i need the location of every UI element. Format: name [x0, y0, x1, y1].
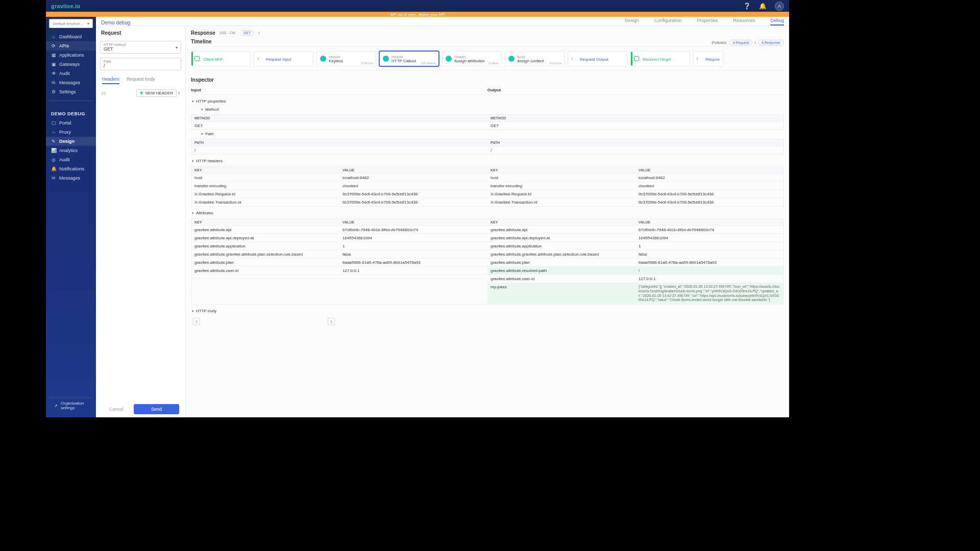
body-input-badge: 1 [193, 318, 200, 325]
sidebar-item-messages[interactable]: ✉Messages [46, 78, 96, 87]
tab-resources[interactable]: Resources [733, 18, 755, 26]
sidebar-item-audit[interactable]: 👁Audit [46, 69, 96, 78]
table-row: gravitee.attribute.user-id127.0.0.1 [487, 274, 783, 283]
table-row: gravitee.attribute.resolved-path/ [487, 266, 783, 274]
group-http-headers[interactable]: HTTP headers [191, 157, 784, 165]
brand-logo: gravitee.io [51, 3, 80, 9]
tab-configuration[interactable]: Configuration [654, 18, 682, 26]
table-row [191, 274, 487, 278]
policy-dot-icon [383, 56, 389, 62]
subgroup-method[interactable]: Method [191, 106, 784, 113]
request-pane: Request HTTP method GET ▾ Path / Headers… [96, 26, 186, 417]
proxy-icon: ↔ [51, 130, 56, 135]
sync-banner[interactable]: API out of sync, deploy your API [46, 12, 789, 17]
sidebar-item-audit2[interactable]: ◎Audit [46, 155, 96, 164]
timeline-card[interactable]: HeaderKeyless0.037ms [316, 51, 376, 66]
path-output-value: / [487, 146, 783, 154]
chevron-right-icon: › [697, 56, 698, 61]
table-row: gravitee.attribute.user-id127.0.0.1 [191, 266, 487, 274]
timeline-card[interactable]: ›Request Input [254, 51, 313, 66]
table-row: X-Gravitee-Transaction-Id9c37099e-5ddf-4… [191, 198, 487, 206]
top-tabs: Demo debug Design Configuration Properti… [96, 17, 789, 26]
timeline-card[interactable]: ›Request Output [568, 51, 627, 66]
table-row: transfer-encodingchunked [487, 182, 783, 190]
table-row: X-Gravitee-Request-Id9c37099e-5ddf-43c4-… [191, 190, 487, 198]
table-row: gravitee.attribute.application1 [487, 242, 783, 250]
subtab-headers[interactable]: Headers [102, 77, 119, 84]
dashboard-icon: ⌂ [51, 34, 56, 39]
cancel-button[interactable]: Cancel [102, 404, 131, 414]
sidebar-item-messages2[interactable]: ✉Messages [46, 173, 96, 183]
body-output-badge: 1 [328, 318, 335, 325]
timeline-card[interactable]: HeaderHTTP Callout102.596ms [379, 51, 439, 66]
table-row: my-jokes{"categories":[],"created_at":"2… [487, 283, 783, 304]
request-title: Request [96, 26, 185, 38]
table-row: gravitee.attribute.gravitee.attribute.pl… [191, 250, 487, 258]
send-button[interactable]: Send [134, 404, 179, 414]
policies-request-chip[interactable]: 4 Request [729, 40, 752, 45]
policies-response-chip[interactable]: 4 Response [758, 40, 784, 45]
chevron-right-icon: › [571, 56, 573, 61]
group-http-properties[interactable]: HTTP properties [191, 97, 784, 106]
sidebar-item-dashboard[interactable]: ⌂Dashboard [46, 32, 96, 41]
timeline-card[interactable]: Client APP [191, 51, 251, 66]
subtab-body[interactable]: Request body [127, 77, 155, 84]
new-header-button[interactable]: ✚ NEW HEADER [136, 89, 177, 97]
table-row: X-Gravitee-Request-Id9c37099e-5ddf-43c4-… [487, 190, 783, 198]
avatar[interactable]: A [775, 2, 784, 11]
sidebar-item-analytics[interactable]: 📊Analytics [46, 146, 96, 155]
path-input[interactable]: Path / [100, 58, 181, 70]
sidebar-item-portal[interactable]: ▢Portal [46, 118, 96, 128]
header-count: (0) [101, 91, 106, 95]
sidebar-item-design[interactable]: ✎Design [46, 137, 96, 146]
table-row: gravitee.attribute.api.deployed-at164554… [487, 234, 783, 242]
organization-settings[interactable]: ↗Organization settings [49, 397, 93, 413]
policies-summary: Policies: 4 Request / 4 Response [712, 40, 784, 45]
policy-dot-icon [320, 56, 326, 62]
timeline-card[interactable]: ›Respon [693, 51, 723, 66]
env-selector[interactable]: Default environ...▾ [49, 19, 93, 28]
square-icon [194, 56, 200, 61]
table-row: gravitee.attribute.api67cf0ddb-7948-401b… [487, 226, 783, 234]
analytics-icon: 📊 [51, 148, 56, 153]
timeline-cards: Client APP›Request InputHeaderKeyless0.0… [191, 46, 784, 71]
inspector: Inspector Input Output HTTP properties M… [186, 74, 789, 417]
table-row [191, 278, 487, 282]
table-row: gravitee.attribute.api.deployed-at164554… [191, 234, 487, 242]
apps-icon: ▦ [51, 53, 56, 58]
tab-design[interactable]: Design [625, 18, 639, 26]
breadcrumb[interactable]: Demo debug [101, 20, 130, 26]
table-row: X-Gravitee-Transaction-Id9c37099e-5ddf-4… [487, 198, 783, 206]
gear-icon: ⚙ [51, 89, 56, 94]
sidebar-item-gateways[interactable]: ▣Gateways [46, 60, 96, 69]
sidebar-item-settings[interactable]: ⚙Settings [46, 87, 96, 96]
timeline-card[interactable]: HeaderAssign attributes0.09ms [442, 51, 502, 66]
sidebar-item-applications[interactable]: ▦Applications [46, 51, 96, 60]
table-row: gravitee.attribute.api67cf0ddb-7948-401b… [191, 226, 487, 234]
timeline-card[interactable]: BodyAssign content0.631ms [505, 51, 565, 66]
http-method-select[interactable]: HTTP method GET ▾ [100, 41, 181, 54]
subgroup-path[interactable]: Path [191, 130, 784, 138]
tab-debug[interactable]: Debug [770, 18, 784, 26]
avatar-initial: A [778, 4, 781, 9]
sidebar-item-apis[interactable]: ⟳APIs [46, 41, 96, 51]
table-row: transfer-encodingchunked [191, 182, 487, 190]
policy-dot-icon [446, 56, 452, 62]
tab-properties[interactable]: Properties [697, 18, 718, 26]
response-status: 200 - OK [219, 31, 236, 35]
chevron-down-icon[interactable]: ▾ [178, 91, 180, 95]
bell-icon[interactable]: 🔔 [759, 3, 767, 10]
timeline-card[interactable]: Backend Target [630, 51, 690, 66]
env-selector-label: Default environ... [53, 21, 83, 26]
table-row: gravitee.attribute.gravitee.attribute.pl… [487, 250, 783, 258]
portal-icon: ▢ [51, 120, 56, 126]
help-icon[interactable]: ❔ [743, 3, 751, 10]
sidebar-item-notifications[interactable]: 🔔Notifications [46, 164, 96, 173]
group-http-body[interactable]: HTTP body [191, 307, 784, 315]
audit-icon: ◎ [51, 157, 56, 162]
eye-icon: 👁 [51, 71, 56, 76]
gateway-icon: ▣ [51, 62, 56, 67]
plus-icon: ✚ [140, 91, 143, 95]
sidebar-item-proxy[interactable]: ↔Proxy [46, 128, 96, 137]
group-attributes[interactable]: Attributes [191, 209, 784, 217]
